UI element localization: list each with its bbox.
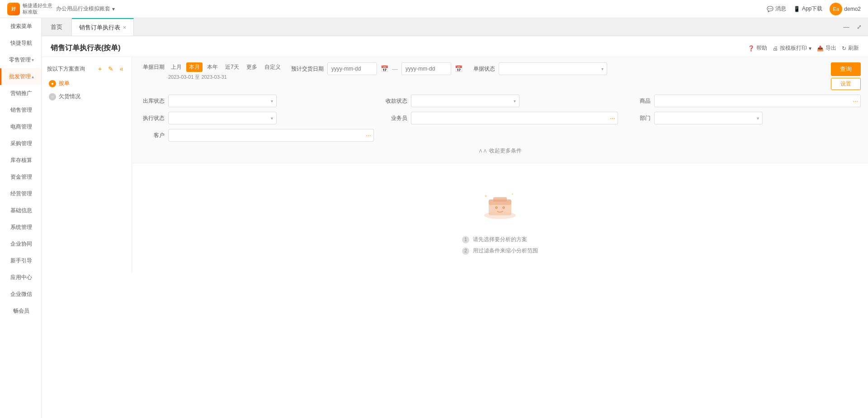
status-label: 单据状态 <box>470 65 495 73</box>
sidebar-item-basic-info[interactable]: 基础信息 <box>0 202 41 219</box>
date-range-text: 2023-03-01 至 2023-03-31 <box>168 74 227 81</box>
print-chevron-icon: ▾ <box>809 45 811 52</box>
salesperson-input[interactable] <box>411 112 618 124</box>
sidebar-item-new-guide[interactable]: 新手引导 <box>0 252 41 269</box>
left-panel: 按以下方案查询 + ✎ « <box>42 57 132 273</box>
date-start-calendar-icon[interactable]: 📅 <box>381 65 388 72</box>
filter-area: 单据日期 上月 本月 本年 近7天 更多 自定义 <box>132 57 868 163</box>
collapse-up-icon: ∧∧ <box>478 147 487 154</box>
sidebar-item-sales-mgmt[interactable]: 销售管理 <box>0 102 41 119</box>
tab-bar: 首页 销售订单执行表 × — ⤢ <box>42 18 868 36</box>
search-button[interactable]: 查询 <box>831 62 861 76</box>
dept-select[interactable] <box>654 112 763 124</box>
edit-scheme-button[interactable]: ✎ <box>106 64 115 73</box>
tab-active[interactable]: 销售订单执行表 × <box>72 18 134 36</box>
marketing-label: 营销推广 <box>10 90 32 96</box>
left-panel-header: 按以下方案查询 + ✎ « <box>42 62 132 77</box>
customer-input[interactable] <box>168 129 374 142</box>
sidebar-item-finance[interactable]: 资金管理 <box>0 169 41 185</box>
svg-text:★: ★ <box>511 193 514 195</box>
enterprise-wechat-label: 企业微信 <box>10 291 32 297</box>
sidebar-item-ops[interactable]: 经营管理 <box>0 185 41 202</box>
date-tab-more[interactable]: 更多 <box>244 62 260 72</box>
date-tab-7days[interactable]: 近7天 <box>222 62 242 72</box>
sidebar-item-sys[interactable]: 系统管理 <box>0 219 41 236</box>
sidebar-item-marketing[interactable]: 营销推广 <box>0 85 41 102</box>
expected-date-start-input[interactable] <box>327 62 377 75</box>
exec-status-select[interactable] <box>168 112 277 124</box>
print-icon: 🖨 <box>773 45 778 52</box>
goods-label: 商品 <box>625 97 651 105</box>
scheme-inactive-icon: ○ <box>49 93 56 100</box>
empty-steps: 1 请先选择要分析的方案 2 用过滤条件来缩小分析范围 <box>462 236 538 255</box>
svg-point-4 <box>495 206 498 209</box>
app-download-button[interactable]: 📱 App下载 <box>793 5 822 13</box>
refresh-icon: ↻ <box>842 45 846 52</box>
sidebar-item-purchase[interactable]: 采购管理 <box>0 135 41 152</box>
plus-icon: + <box>98 65 102 72</box>
sidebar-item-ecommerce[interactable]: 电商管理 <box>0 119 41 135</box>
date-tab-last-month[interactable]: 上月 <box>168 62 184 72</box>
expected-date-end-input[interactable] <box>401 62 451 75</box>
export-icon: 📤 <box>817 45 824 52</box>
delivery-status-select[interactable] <box>168 95 277 107</box>
print-button[interactable]: 🖨 按模板打印 ▾ <box>773 44 811 52</box>
date-end-calendar-icon[interactable]: 📅 <box>455 65 462 72</box>
sidebar-item-enterprise-wechat[interactable]: 企业微信 <box>0 286 41 303</box>
goods-dots-button[interactable]: ··· <box>853 97 858 104</box>
svg-point-5 <box>502 206 505 209</box>
tab-minimize-button[interactable]: — <box>841 22 852 33</box>
help-button[interactable]: ❓ 帮助 <box>748 44 767 52</box>
scheme-item-按单[interactable]: ● 按单 <box>42 77 132 90</box>
help-icon: ❓ <box>748 45 755 52</box>
wholesale-mgmt-label: 批发管理 <box>9 73 31 81</box>
sidebar-item-search-menu[interactable]: 搜索菜单 <box>0 18 41 35</box>
collapse-panel-button[interactable]: « <box>117 64 126 73</box>
left-panel-title: 按以下方案查询 <box>47 65 85 73</box>
sidebar-item-quick-nav[interactable]: 快捷导航 <box>0 35 41 52</box>
date-tab-this-year[interactable]: 本年 <box>204 62 221 72</box>
breadcrumb[interactable]: 办公用品行业模拟账套 ▾ <box>56 5 115 13</box>
quick-nav-label: 快捷导航 <box>10 40 32 46</box>
page-header-actions: ❓ 帮助 🖨 按模板打印 ▾ 📤 导出 ↻ <box>748 44 859 52</box>
tab-home[interactable]: 首页 <box>42 18 72 36</box>
sidebar-item-enterprise[interactable]: 企业协同 <box>0 236 41 252</box>
scheme-item-欠货情况[interactable]: ○ 欠货情况 <box>42 90 132 103</box>
add-scheme-button[interactable]: + <box>95 64 104 73</box>
empty-step-1: 1 请先选择要分析的方案 <box>462 236 538 243</box>
sidebar-item-inventory[interactable]: 库存核算 <box>0 152 41 169</box>
scheme-label-欠货情况: 欠货情况 <box>59 93 80 100</box>
sidebar-item-vip[interactable]: 畅会员 <box>0 303 41 319</box>
sidebar-item-retail-mgmt[interactable]: 零售管理 ▾ <box>0 52 41 68</box>
exec-status-label: 执行状态 <box>139 114 165 122</box>
salesperson-label: 业务员 <box>382 114 407 122</box>
purchase-label: 采购管理 <box>10 140 32 147</box>
refresh-button[interactable]: ↻ 刷新 <box>842 44 859 52</box>
status-select[interactable] <box>499 62 607 75</box>
tab-close-button[interactable]: × <box>123 24 126 31</box>
maximize-icon: ⤢ <box>857 24 862 30</box>
page-content: 销售订单执行表(按单) ❓ 帮助 🖨 按模板打印 ▾ 📤 <box>42 36 868 418</box>
salesperson-dots-button[interactable]: ··· <box>610 114 615 122</box>
payment-status-select[interactable] <box>411 95 519 107</box>
user-name: demo2 <box>844 6 861 12</box>
sidebar-item-wholesale-mgmt[interactable]: 批发管理 ▴ <box>0 68 41 85</box>
minimize-icon: — <box>844 24 849 30</box>
tab-label: 销售订单执行表 <box>79 24 120 32</box>
date-tab-custom[interactable]: 自定义 <box>262 62 283 72</box>
goods-input[interactable] <box>654 95 861 107</box>
sidebar-item-app-center[interactable]: 应用中心 <box>0 269 41 286</box>
customer-dots-button[interactable]: ··· <box>366 132 371 139</box>
settings-button[interactable]: 设置 <box>831 78 861 90</box>
step-num-2: 2 <box>462 247 469 255</box>
collapse-icon: « <box>120 65 123 72</box>
user-profile[interactable]: Ea demo2 <box>830 3 861 15</box>
scheme-active-icon: ● <box>49 80 56 87</box>
message-button[interactable]: 💬 消息 <box>767 5 786 13</box>
export-button[interactable]: 📤 导出 <box>817 44 836 52</box>
main-layout: 搜索菜单 快捷导航 零售管理 ▾ 批发管理 ▴ 营销推广 销售管理 电商管理 采… <box>0 18 868 418</box>
tab-maximize-button[interactable]: ⤢ <box>854 22 864 33</box>
date-tab-this-month[interactable]: 本月 <box>186 62 203 72</box>
collapse-bar[interactable]: ∧∧ 收起更多条件 <box>139 144 861 157</box>
empty-step-2: 2 用过滤条件来缩小分析范围 <box>462 247 538 255</box>
